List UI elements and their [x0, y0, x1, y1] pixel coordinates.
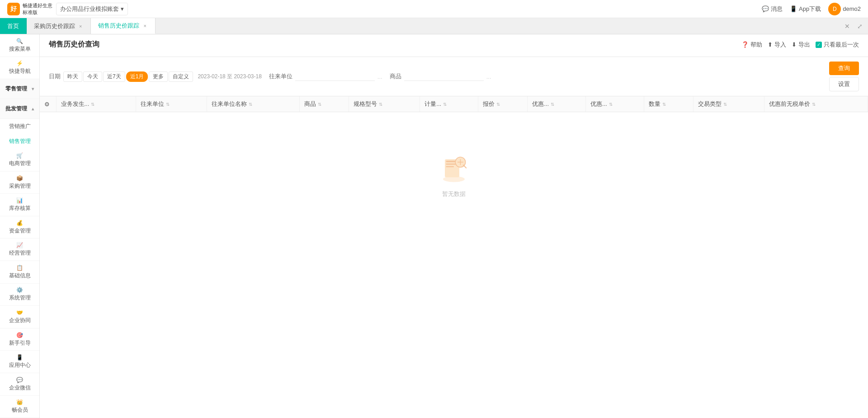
th-spec[interactable]: 规格型号 ⇅ [349, 96, 420, 112]
sidebar-item-quicknav[interactable]: ⚡ 快捷导航 [0, 57, 39, 80]
sidebar-item-operations[interactable]: 📈 经营管理 [0, 238, 39, 261]
sidebar-item-basic[interactable]: 📋 基础信息 [0, 261, 39, 284]
th-price-label: 报价 [483, 100, 495, 108]
partner-filter-group: 往来单位 ... [269, 72, 382, 81]
message-btn[interactable]: 💬 消息 [762, 5, 783, 13]
tab-sales-close[interactable]: × [142, 23, 147, 29]
th-price[interactable]: 报价 ⇅ [478, 96, 528, 112]
ecommerce-icon: 🛒 [16, 152, 23, 159]
sidebar-item-newguide[interactable]: 🎯 新手引导 [0, 328, 39, 351]
user-menu[interactable]: D demo2 [828, 3, 861, 15]
date-filter-group: 日期 昨天 今天 近7天 近1月 更多 自定义 2023-02-18 至 202… [49, 71, 262, 82]
th-discount2[interactable]: 优惠... ⇅ [586, 96, 644, 112]
sidebar-label-purchase: 采购管理 [9, 182, 31, 190]
tab-expand-btn[interactable]: ⤢ [855, 21, 864, 32]
sidebar-item-purchase[interactable]: 📦 采购管理 [0, 171, 39, 194]
export-btn[interactable]: ⬇ 导出 [792, 41, 810, 49]
basic-icon: 📋 [16, 265, 23, 271]
th-unit[interactable]: 计量... ⇅ [420, 96, 478, 112]
sidebar-label-enterprise: 企业协同 [9, 317, 31, 324]
sort-icon: ⇅ [662, 102, 666, 107]
goods-input[interactable] [404, 72, 484, 81]
tab-bar-actions: ✕ ⤢ [839, 18, 868, 34]
company-selector[interactable]: 办公用品行业模拟账套 ▾ [56, 3, 128, 15]
sidebar-item-marketing[interactable]: 营销推广 [0, 119, 39, 134]
sidebar-item-wechat[interactable]: 💬 企业微信 [0, 373, 39, 396]
sidebar-label-member: 畅会员 [12, 406, 28, 414]
sidebar-item-wholesale[interactable]: 批发管理 ▴ [0, 99, 39, 119]
th-goods[interactable]: 商品 ⇅ [300, 96, 349, 112]
help-icon: ❓ [741, 41, 749, 48]
tab-home[interactable]: 首页 [0, 18, 27, 34]
sidebar-item-finance[interactable]: 💰 资金管理 [0, 216, 39, 239]
app-download-btn[interactable]: 📱 App下载 [790, 5, 821, 13]
sidebar-label-ecommerce: 电商管理 [9, 160, 31, 167]
sidebar-item-search[interactable]: 🔍 搜索菜单 [0, 34, 39, 57]
th-partner-name[interactable]: 往来单位名称 ⇅ [207, 96, 300, 112]
logo-icon: 好 [7, 3, 20, 15]
query-button[interactable]: 查询 [829, 62, 859, 75]
filter-row: 日期 昨天 今天 近7天 近1月 更多 自定义 2023-02-18 至 202… [40, 57, 868, 96]
search-icon: 🔍 [16, 38, 23, 44]
th-trade-type[interactable]: 交易类型 ⇅ [693, 96, 764, 112]
only-last-checkbox[interactable]: ✓ 只看最后一次 [816, 41, 859, 49]
tab-purchase[interactable]: 采购历史价跟踪 × [27, 18, 91, 34]
sidebar-label-appcenter: 应用中心 [9, 361, 31, 369]
sidebar-label-quicknav: 快捷导航 [9, 67, 31, 75]
message-icon: 💬 [762, 5, 769, 12]
sidebar-item-retail[interactable]: 零售管理 ▾ [0, 79, 39, 99]
import-btn[interactable]: ⬆ 导入 [768, 41, 786, 49]
date-btn-today[interactable]: 今天 [83, 71, 102, 82]
finance-icon: 💰 [16, 220, 23, 226]
date-btn-yesterday[interactable]: 昨天 [63, 71, 82, 82]
sidebar-label-search: 搜索菜单 [9, 45, 31, 53]
date-btn-custom[interactable]: 自定义 [169, 71, 193, 82]
date-btn-more[interactable]: 更多 [149, 71, 168, 82]
sort-icon: ⇅ [249, 102, 252, 107]
th-gear[interactable]: ⚙ [40, 96, 56, 112]
operations-icon: 📈 [16, 242, 23, 248]
sidebar-item-system[interactable]: ⚙️ 系统管理 [0, 284, 39, 306]
svg-line-8 [463, 165, 466, 168]
tab-close-all-btn[interactable]: ✕ [843, 21, 852, 32]
sort-icon: ⇅ [318, 102, 321, 107]
sort-icon: ⇅ [723, 102, 727, 107]
sidebar-item-sales-mgmt[interactable]: 销售管理 [0, 134, 39, 149]
tab-sales[interactable]: 销售历史价跟踪 × [91, 18, 155, 34]
sidebar-item-enterprise[interactable]: 🤝 企业协同 [0, 306, 39, 328]
wechat-icon: 💬 [16, 377, 23, 383]
system-icon: ⚙️ [16, 287, 23, 293]
sort-icon: ⇅ [496, 102, 500, 107]
th-spec-label: 规格型号 [354, 100, 377, 108]
header-right: 💬 消息 📱 App下载 D demo2 [762, 3, 861, 15]
table-header: ⚙ 业务发生... ⇅ 往来单位 ⇅ [40, 96, 868, 112]
partner-label: 往来单位 [269, 72, 292, 81]
th-discount1[interactable]: 优惠... ⇅ [528, 96, 586, 112]
sidebar-item-member[interactable]: 👑 畅会员 [0, 396, 39, 418]
sidebar-label-sales-mgmt: 销售管理 [9, 138, 31, 144]
date-btn-1month[interactable]: 近1月 [126, 71, 148, 82]
th-biz-date-label: 业务发生... [61, 100, 90, 108]
sidebar-label-operations: 经营管理 [9, 249, 31, 257]
date-btn-7days[interactable]: 近7天 [103, 71, 125, 82]
partner-input[interactable] [295, 72, 375, 81]
help-btn[interactable]: ❓ 帮助 [741, 41, 762, 49]
inventory-icon: 📊 [16, 197, 23, 204]
export-icon: ⬇ [792, 41, 797, 48]
settings-button[interactable]: 设置 [829, 77, 859, 91]
th-quantity[interactable]: 数量 ⇅ [644, 96, 693, 112]
sidebar-item-inventory[interactable]: 📊 库存核算 [0, 194, 39, 216]
logo-area: 好 畅捷通好生意 标准版 [7, 2, 52, 15]
sort-icon: ⇅ [166, 102, 170, 107]
th-discount2-label: 优惠... [590, 100, 607, 108]
appcenter-icon: 📱 [16, 354, 23, 361]
th-partner-code[interactable]: 往来单位 ⇅ [136, 96, 207, 112]
quicknav-icon: ⚡ [16, 60, 23, 66]
th-pretax-price[interactable]: 优惠前无税单价 ⇅ [764, 96, 868, 112]
chevron-down-icon: ▾ [121, 5, 124, 12]
sidebar-item-appcenter[interactable]: 📱 应用中心 [0, 351, 39, 373]
goods-label: 商品 [390, 72, 401, 81]
th-biz-date[interactable]: 业务发生... ⇅ [56, 96, 136, 112]
tab-purchase-close[interactable]: × [78, 23, 83, 29]
sidebar-item-ecommerce[interactable]: 🛒 电商管理 [0, 149, 39, 171]
